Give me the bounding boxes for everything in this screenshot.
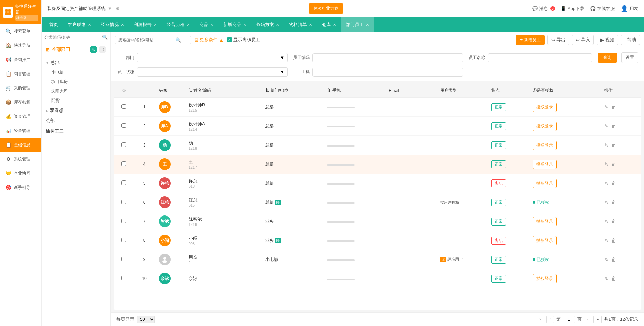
- user-action[interactable]: 👤 用友: [620, 5, 638, 12]
- sidebar-item-sales[interactable]: 📋 销售管理: [0, 67, 41, 81]
- message-action[interactable]: 💬 消息 5: [532, 6, 555, 12]
- dept-group-head-title[interactable]: ▼ 总部: [42, 58, 110, 68]
- edit-icon[interactable]: ✎: [604, 161, 608, 167]
- tab-employee-close[interactable]: ✕: [366, 23, 369, 27]
- dept-child-project[interactable]: 项目库房: [42, 77, 110, 87]
- settings-icon[interactable]: ⚙: [116, 6, 120, 11]
- delete-icon[interactable]: 🗑: [611, 219, 616, 224]
- sidebar-item-finance[interactable]: 💰 资金管理: [0, 109, 41, 124]
- more-conditions-btn[interactable]: ⊟ 更多条件 ▲: [194, 37, 224, 43]
- auth-login-button[interactable]: 授权登录: [533, 103, 557, 112]
- tab-customer-close[interactable]: ✕: [88, 23, 91, 27]
- tab-history[interactable]: 经营历程 ✕: [162, 17, 194, 32]
- sidebar-item-inventory[interactable]: 📦 库存核算: [0, 95, 41, 109]
- auth-login-button[interactable]: 授权登录: [533, 141, 557, 150]
- tab-bom-close[interactable]: ✕: [309, 23, 312, 27]
- app-download-action[interactable]: 📱 App下载: [561, 6, 584, 12]
- help-button[interactable]: | 帮助: [621, 35, 640, 45]
- row-checkbox[interactable]: [121, 257, 126, 261]
- tab-home[interactable]: 首页: [44, 17, 63, 32]
- auth-login-button[interactable]: 授权登录: [533, 217, 557, 226]
- edit-icon[interactable]: ✎: [604, 219, 608, 224]
- dept-group-shuang-title[interactable]: ▶ 双庭想: [42, 105, 110, 116]
- delete-icon[interactable]: 🗑: [611, 238, 616, 243]
- sidebar-item-purchase[interactable]: 🛒 采购管理: [0, 81, 41, 95]
- dept-edit-icon[interactable]: ✎: [90, 46, 97, 53]
- delete-icon[interactable]: 🗑: [611, 276, 616, 281]
- sidebar-item-shortcut[interactable]: 🏠 快速导航: [0, 38, 41, 53]
- auth-login-button[interactable]: 授权登录: [533, 160, 557, 169]
- col-phone[interactable]: ⇅ 手机: [323, 84, 384, 98]
- edit-icon[interactable]: ✎: [604, 104, 608, 110]
- dept-child-shenyang[interactable]: 沈阳大库: [42, 87, 110, 96]
- per-page-select[interactable]: 50 100: [137, 316, 155, 323]
- row-checkbox[interactable]: [121, 104, 126, 109]
- edit-icon[interactable]: ✎: [604, 180, 608, 186]
- delete-icon[interactable]: 🗑: [611, 161, 616, 167]
- row-checkbox[interactable]: [121, 161, 126, 166]
- prev-page-button[interactable]: ‹: [546, 316, 554, 323]
- dropdown-icon[interactable]: ▼: [108, 6, 112, 11]
- delete-icon[interactable]: 🗑: [611, 142, 616, 148]
- edit-icon[interactable]: ✎: [604, 123, 608, 129]
- query-button[interactable]: 查询: [598, 53, 617, 63]
- tab-employee[interactable]: 部门员工 ✕: [341, 17, 374, 32]
- row-checkbox[interactable]: [121, 200, 126, 204]
- row-checkbox[interactable]: [121, 238, 126, 242]
- row-checkbox[interactable]: [121, 180, 126, 185]
- delete-icon[interactable]: 🗑: [611, 180, 616, 186]
- export-button[interactable]: ↪ 导出: [547, 35, 569, 45]
- edit-icon[interactable]: ✎: [604, 257, 608, 262]
- tab-warehouse-close[interactable]: ✕: [333, 23, 336, 27]
- show-resigned-checkbox[interactable]: ✓: [227, 37, 232, 42]
- page-number-input[interactable]: [563, 316, 575, 323]
- emp-search-icon[interactable]: 🔍: [175, 37, 181, 43]
- tab-warehouse[interactable]: 仓库 ✕: [317, 17, 341, 32]
- emp-status-filter-select[interactable]: ▼: [137, 67, 288, 77]
- sidebar-item-guide[interactable]: 🎯 新手引导: [0, 180, 41, 195]
- edit-icon[interactable]: ✎: [604, 200, 608, 205]
- gear-settings-icon[interactable]: ⚙: [121, 88, 126, 94]
- edit-icon[interactable]: ✎: [604, 238, 608, 243]
- sidebar-item-marketing[interactable]: 📢 营销推广: [0, 53, 41, 67]
- edit-icon[interactable]: ✎: [604, 142, 608, 148]
- delete-icon[interactable]: 🗑: [611, 200, 616, 205]
- add-employee-button[interactable]: + 新增员工: [516, 35, 544, 45]
- tab-customer[interactable]: 客户联络 ✕: [63, 17, 96, 32]
- tab-barcode-close[interactable]: ✕: [276, 23, 279, 27]
- delete-icon[interactable]: 🗑: [611, 123, 616, 129]
- trial-button[interactable]: 体验行业方案: [309, 3, 343, 14]
- show-resigned-toggle[interactable]: ✓ 显示离职员工: [227, 37, 260, 43]
- dept-filter-select[interactable]: ▼: [137, 53, 288, 62]
- dept-child-small-elec[interactable]: 小电部: [42, 68, 110, 77]
- tab-add-goods-close[interactable]: ✕: [243, 23, 246, 27]
- dept-search-icon[interactable]: 🔍: [102, 35, 108, 40]
- next-page-button[interactable]: ›: [584, 316, 591, 323]
- emp-search-field[interactable]: 🔍: [115, 36, 191, 44]
- row-checkbox[interactable]: [121, 123, 126, 128]
- sidebar-item-basic[interactable]: 📋 基础信息: [0, 138, 41, 152]
- row-checkbox[interactable]: [121, 142, 126, 147]
- sidebar-item-enterprise[interactable]: 🤝 企业协同: [0, 166, 41, 180]
- view-button[interactable]: ▶ 视频: [597, 35, 618, 45]
- tab-barcode[interactable]: 条码方案 ✕: [251, 17, 284, 32]
- dept-child-distribution[interactable]: 配货: [42, 96, 110, 105]
- delete-icon[interactable]: 🗑: [611, 257, 616, 262]
- import-button[interactable]: ↩ 导入: [572, 35, 594, 45]
- sidebar-item-system[interactable]: ⚙ 系统管理: [0, 152, 41, 166]
- dept-collapse-icon[interactable]: 《: [99, 46, 106, 53]
- last-page-button[interactable]: »: [593, 316, 602, 323]
- setting-button[interactable]: 设置: [621, 52, 638, 63]
- phone-filter-input[interactable]: [312, 68, 463, 77]
- col-dept[interactable]: ⇅ 部门/职位: [261, 84, 323, 98]
- auth-login-button[interactable]: 授权登录: [533, 179, 557, 188]
- tab-goods[interactable]: 商品 ✕: [194, 17, 218, 32]
- online-service-action[interactable]: 🎧 在线客服: [590, 6, 615, 12]
- auth-login-button[interactable]: 授权登录: [533, 122, 557, 131]
- dept-group-zongbu-title[interactable]: 总部: [42, 116, 110, 126]
- row-checkbox[interactable]: [121, 219, 126, 223]
- sidebar-item-search[interactable]: 🔍 搜索菜单: [0, 24, 41, 38]
- tab-goods-close[interactable]: ✕: [210, 23, 214, 27]
- col-name-code[interactable]: ⇅ 姓名/编码: [184, 84, 262, 98]
- tab-business[interactable]: 经营情况 ✕: [96, 17, 129, 32]
